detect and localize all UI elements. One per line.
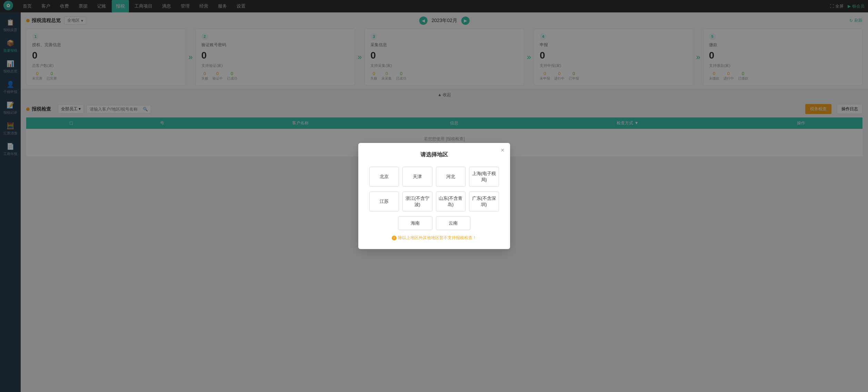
modal-title: 请选择地区	[369, 151, 499, 158]
region-shandong[interactable]: 山东(不含青岛)	[436, 192, 466, 212]
modal-warning: i 除以上地区外其他地区暂不支持报税检查！	[369, 235, 499, 241]
region-jiangsu[interactable]: 江苏	[369, 192, 399, 212]
region-shanghai[interactable]: 上海(电子税局)	[469, 167, 499, 187]
region-hebei[interactable]: 河北	[436, 167, 466, 187]
region-yunnan[interactable]: 云南	[436, 216, 470, 230]
region-select-modal: × 请选择地区 北京 天津 河北 上海(电子税局) 江苏 浙江(不含宁波) 山东…	[358, 143, 510, 249]
region-grid-row3: 海南 云南	[369, 216, 499, 230]
region-hainan[interactable]: 海南	[398, 216, 432, 230]
region-beijing[interactable]: 北京	[369, 167, 399, 187]
warning-icon: i	[392, 236, 397, 240]
modal-overlay: × 请选择地区 北京 天津 河北 上海(电子税局) 江苏 浙江(不含宁波) 山东…	[0, 0, 868, 392]
region-grid-row2: 江苏 浙江(不含宁波) 山东(不含青岛) 广东(不含深圳)	[369, 192, 499, 212]
region-grid-row1: 北京 天津 河北 上海(电子税局)	[369, 167, 499, 187]
region-guangdong[interactable]: 广东(不含深圳)	[469, 192, 499, 212]
region-zhejiang[interactable]: 浙江(不含宁波)	[402, 192, 432, 212]
modal-close-button[interactable]: ×	[501, 147, 505, 153]
region-tianjin[interactable]: 天津	[402, 167, 432, 187]
